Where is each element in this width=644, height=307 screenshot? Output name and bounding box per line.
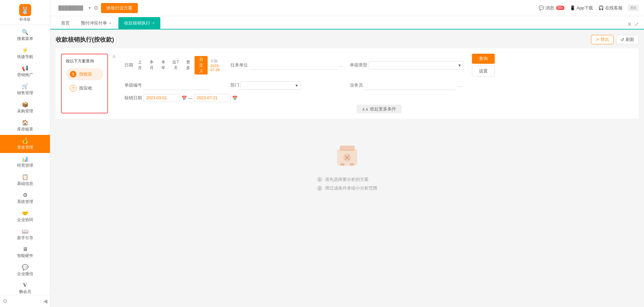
filter-collapse-button[interactable]: « [109,54,119,113]
date-btn-more[interactable]: 更多 [183,56,193,74]
sidebar-item-operations[interactable]: 📊 经营管理 [0,153,50,171]
date-shortcuts: 上月 本月 本年 近7天 更多 自定义 [135,56,208,74]
writeoff-date-label: 核销日期 [124,95,142,101]
empty-tip-2: 2 用过滤条件来缩小分析范围 [317,185,377,191]
query-buttons: 查询 设置 [472,54,495,76]
user-menu[interactable]: Rit [628,5,639,11]
sidebar-logo: 🐰 标准版 [0,0,50,25]
tab-prepay-close-icon[interactable]: × [109,21,111,25]
collab-icon: 🤝 [22,210,29,216]
counterpart-input[interactable] [249,60,337,70]
guide-icon: 📖 [22,228,29,235]
filter-option-by-receivable[interactable]: ⏱ 按应收 [66,82,103,94]
department-select[interactable]: ▾ [240,81,301,90]
sidebar-item-basics[interactable]: 📋 基础信息 [0,171,50,189]
sidebar-item-label: 智能硬件 [17,253,33,259]
sidebar-item-marketing[interactable]: 📢 营销推广 [0,62,50,81]
gear-icon[interactable]: ⚙ [94,5,98,11]
tab-writeoff[interactable]: 收款核销执行 × [118,17,160,29]
tab-home[interactable]: 首页 [56,17,75,29]
collapse-more-icon: ∧∧ [362,107,369,112]
sidebar-item-label: 系统管理 [17,199,33,205]
setting-button[interactable]: 设置 [472,66,495,76]
tip-text-1: 请先选择要分析的方案 [325,176,369,183]
sidebar-item-system[interactable]: ⚙ 系统管理 [0,189,50,207]
export-button[interactable]: ↗ 导出 [591,35,613,44]
filter-option-by-receipt[interactable]: $ 按收款 [66,68,103,80]
logo-icon: 🐰 [19,4,31,16]
header-right: 💬 消息 99+ 📱 App下载 🎧 在线客服 Rit [539,5,639,11]
calendar-to-icon[interactable]: 📅 [232,96,237,101]
message-button[interactable]: 💬 消息 99+ [539,5,565,11]
sidebar-item-inventory[interactable]: 🏠 库存核算 [0,117,50,135]
staff-input[interactable] [364,81,455,90]
date-label: 日期 [124,62,133,68]
department-label: 部门 [230,82,239,88]
app-download-button[interactable]: 📱 App下载 [570,5,593,11]
collapse-more-row: ∧∧ 收起更多条件 [124,105,633,113]
voucher-type-select[interactable]: ▾ [369,61,464,69]
tab-expand-icon[interactable]: ⤢ [634,21,639,28]
main-area: ████████ ▾ ⚙ 休验行业方案 💬 消息 99+ 📱 App下载 🎧 在… [50,0,644,307]
date-btn-last-7days[interactable]: 近7天 [170,56,181,74]
sidebar-item-collab[interactable]: 🤝 企业协同 [0,207,50,225]
sidebar-item-hardware[interactable]: 🖥 智能硬件 [0,244,50,261]
user-name: Rit [628,5,639,11]
wechat-icon: 💬 [22,264,29,270]
receivable-icon: ⏱ [70,85,76,92]
empty-tip-1: 1 请先选择要分析的方案 [317,176,377,183]
collapse-sidebar-icon[interactable]: ◀ [43,298,47,304]
sidebar-item-label: 采购管理 [17,108,33,114]
settings-icon[interactable]: ⚙ [3,298,7,304]
refresh-button[interactable]: ↺ 刷新 [616,35,639,44]
message-badge: 99+ [556,6,565,10]
tip-num-1: 1 [317,177,322,182]
tab-close-all-icon[interactable]: ✕ [627,21,632,28]
sidebar-item-label: 新手引导 [17,235,33,241]
sidebar-item-sales[interactable]: 🛒 销售管理 [0,81,50,99]
quick-nav-icon: ⚡ [22,47,29,53]
app-download-label: App下载 [577,5,593,11]
marketing-icon: 📢 [22,65,29,71]
calendar-from-icon[interactable]: 📅 [181,96,187,101]
sidebar-item-guide[interactable]: 📖 新手引导 [0,225,50,244]
sidebar-item-label: 基础信息 [17,181,33,187]
staff-label: 业务员 [350,82,363,88]
member-icon: V [23,282,27,288]
tab-writeoff-close-icon[interactable]: × [152,21,155,25]
date-btn-this-year[interactable]: 本年 [158,56,168,74]
option-by-receipt-label: 按收款 [79,71,92,77]
voucher-no-input[interactable] [143,81,210,90]
collapse-more-button[interactable]: ∧∧ 收起更多条件 [357,105,401,113]
dropdown-icon[interactable]: ▾ [89,5,91,10]
tab-prepay[interactable]: 预付冲应付单 × [75,17,117,29]
sidebar-item-member[interactable]: V 畅会员 [0,279,50,295]
sidebar-bottom: ⚙ ◀ [0,295,50,307]
sidebar-item-purchase[interactable]: 📦 采购管理 [0,99,50,117]
sidebar-item-wechat[interactable]: 💬 企业微信 [0,261,50,279]
writeoff-date-from-input[interactable] [143,94,180,102]
staff-more-icon[interactable]: … [457,83,464,88]
voucher-type-label: 单据类型 [350,62,367,68]
staff-field: 业务员 … [350,81,464,90]
tab-writeoff-label: 收款核销执行 [124,20,150,26]
industry-solution-button[interactable]: 休验行业方案 [101,3,138,13]
sidebar-item-search[interactable]: 🔍 搜索菜单 [0,26,50,44]
export-icon: ↗ [595,37,599,42]
basics-icon: 📋 [22,174,29,180]
sidebar-item-label: 企业微信 [17,271,33,277]
hardware-icon: 🖥 [22,246,28,252]
date-btn-last-month[interactable]: 上月 [135,56,145,74]
counterpart-more-icon[interactable]: … [337,62,344,68]
query-button[interactable]: 查询 [472,54,495,64]
app-icon: 📱 [570,5,575,10]
writeoff-date-to-input[interactable] [194,94,231,102]
date-btn-custom[interactable]: 自定义 [195,56,208,74]
date-no-limit-label: 不限 [210,59,225,64]
date-btn-this-month[interactable]: 本月 [146,56,157,74]
customer-service-button[interactable]: 🎧 在线客服 [598,5,623,11]
counterpart-field: 往来单位 … [230,60,344,70]
chevron-down-icon: ▾ [296,83,298,88]
sidebar-item-quick-nav[interactable]: ⚡ 快捷导航 [0,44,50,62]
sidebar-item-finance[interactable]: 💰 资金管理 [0,135,50,153]
